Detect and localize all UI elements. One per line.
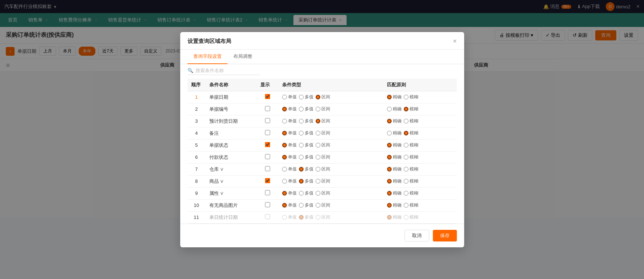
match-radio-label[interactable]: 精确: [387, 214, 402, 220]
type-radio[interactable]: [282, 131, 287, 135]
type-radio-label[interactable]: 区间: [316, 202, 330, 208]
display-checkbox[interactable]: [265, 202, 270, 207]
display-checkbox[interactable]: [265, 154, 270, 159]
type-radio[interactable]: [282, 143, 287, 148]
type-radio[interactable]: [299, 155, 304, 160]
type-radio-label[interactable]: 多值: [299, 106, 313, 112]
type-radio[interactable]: [299, 167, 304, 172]
type-radio-label[interactable]: 单值: [282, 94, 297, 100]
type-radio[interactable]: [316, 95, 320, 99]
match-radio[interactable]: [404, 95, 408, 99]
match-radio-label[interactable]: 模糊: [404, 118, 418, 124]
type-radio[interactable]: [299, 95, 304, 99]
cancel-btn[interactable]: 取消: [404, 230, 429, 241]
type-radio-label[interactable]: 区间: [316, 214, 330, 220]
match-radio-label[interactable]: 模糊: [404, 202, 418, 208]
type-radio-label[interactable]: 多值: [299, 118, 313, 124]
match-radio[interactable]: [404, 191, 408, 196]
type-radio-label[interactable]: 单值: [282, 202, 297, 208]
type-radio[interactable]: [316, 143, 320, 148]
type-radio[interactable]: [299, 143, 304, 148]
type-radio[interactable]: [282, 215, 287, 220]
type-radio[interactable]: [299, 215, 304, 220]
match-radio[interactable]: [387, 191, 392, 196]
type-radio[interactable]: [299, 131, 304, 135]
type-radio[interactable]: [316, 131, 320, 135]
match-radio[interactable]: [387, 155, 392, 160]
type-radio-label[interactable]: 区间: [316, 178, 330, 184]
type-radio[interactable]: [282, 191, 287, 196]
type-radio-label[interactable]: 区间: [316, 94, 330, 100]
display-checkbox[interactable]: [265, 178, 270, 183]
type-radio[interactable]: [316, 155, 320, 160]
match-radio-label[interactable]: 模糊: [404, 190, 418, 196]
type-radio[interactable]: [299, 107, 304, 111]
match-radio-label[interactable]: 精确: [387, 94, 402, 100]
match-radio-label[interactable]: 模糊: [404, 130, 418, 136]
type-radio[interactable]: [282, 119, 287, 123]
type-radio[interactable]: [299, 191, 304, 196]
type-radio[interactable]: [316, 107, 320, 111]
type-radio-label[interactable]: 区间: [316, 130, 330, 136]
type-radio-label[interactable]: 多值: [299, 214, 313, 220]
match-radio[interactable]: [387, 131, 392, 135]
type-radio-label[interactable]: 多值: [299, 190, 313, 196]
type-radio-label[interactable]: 区间: [316, 154, 330, 160]
save-btn[interactable]: 保存: [433, 230, 457, 241]
type-radio[interactable]: [316, 203, 320, 208]
type-radio-label[interactable]: 区间: [316, 166, 330, 172]
modal-tab-layout[interactable]: 布局调整: [228, 50, 258, 64]
match-radio[interactable]: [404, 215, 408, 220]
type-radio[interactable]: [282, 179, 287, 184]
match-radio-label[interactable]: 精确: [387, 106, 402, 112]
type-radio-label[interactable]: 多值: [299, 178, 313, 184]
match-radio[interactable]: [387, 167, 392, 172]
type-radio[interactable]: [282, 203, 287, 208]
type-radio[interactable]: [282, 107, 287, 111]
match-radio[interactable]: [387, 107, 392, 111]
display-checkbox[interactable]: [265, 106, 270, 111]
match-radio-label[interactable]: 精确: [387, 142, 402, 148]
match-radio[interactable]: [404, 155, 408, 160]
match-radio[interactable]: [387, 143, 392, 148]
type-radio-label[interactable]: 单值: [282, 130, 297, 136]
match-radio[interactable]: [404, 131, 408, 135]
match-radio-label[interactable]: 模糊: [404, 166, 418, 172]
type-radio-label[interactable]: 单值: [282, 178, 297, 184]
type-radio-label[interactable]: 单值: [282, 166, 297, 172]
match-radio-label[interactable]: 模糊: [404, 178, 418, 184]
display-checkbox[interactable]: [265, 94, 270, 99]
type-radio-label[interactable]: 单值: [282, 118, 297, 124]
type-radio[interactable]: [282, 95, 287, 99]
type-radio[interactable]: [299, 203, 304, 208]
match-radio[interactable]: [387, 179, 392, 184]
type-radio-label[interactable]: 单值: [282, 106, 297, 112]
type-radio[interactable]: [316, 167, 320, 172]
display-checkbox[interactable]: [265, 190, 270, 195]
display-checkbox[interactable]: [265, 118, 270, 123]
match-radio-label[interactable]: 精确: [387, 178, 402, 184]
match-radio-label[interactable]: 模糊: [404, 94, 418, 100]
match-radio-label[interactable]: 模糊: [404, 106, 418, 112]
type-radio[interactable]: [316, 215, 320, 220]
type-radio-label[interactable]: 多值: [299, 166, 313, 172]
match-radio[interactable]: [404, 179, 408, 184]
type-radio[interactable]: [316, 179, 320, 184]
type-radio-label[interactable]: 多值: [299, 202, 313, 208]
display-checkbox[interactable]: [265, 142, 270, 147]
display-checkbox[interactable]: [265, 130, 270, 135]
match-radio-label[interactable]: 模糊: [404, 154, 418, 160]
match-radio-label[interactable]: 精确: [387, 202, 402, 208]
type-radio[interactable]: [282, 155, 287, 160]
type-radio-label[interactable]: 多值: [299, 130, 313, 136]
match-radio[interactable]: [387, 95, 392, 99]
display-checkbox[interactable]: [265, 166, 270, 171]
display-checkbox[interactable]: [265, 214, 270, 219]
match-radio-label[interactable]: 精确: [387, 166, 402, 172]
match-radio-label[interactable]: 精确: [387, 190, 402, 196]
type-radio-label[interactable]: 单值: [282, 154, 297, 160]
match-radio[interactable]: [387, 203, 392, 208]
type-radio-label[interactable]: 多值: [299, 94, 313, 100]
type-radio-label[interactable]: 多值: [299, 142, 313, 148]
match-radio[interactable]: [387, 215, 392, 220]
